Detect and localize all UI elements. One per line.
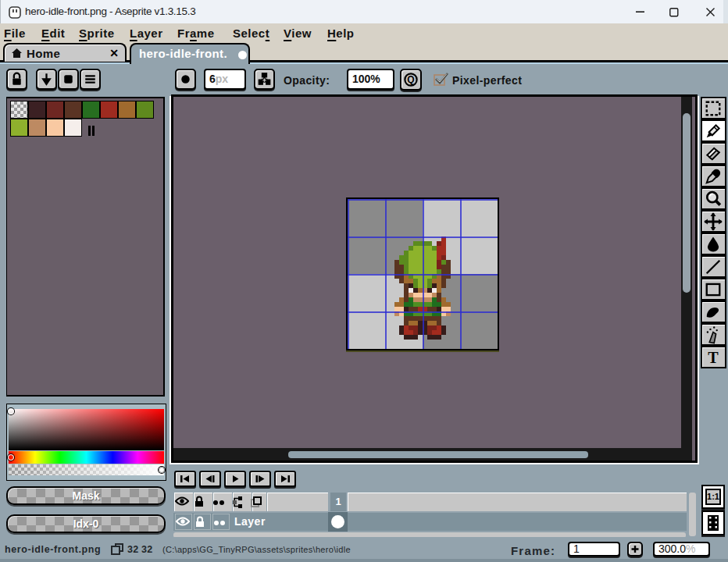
svg-text:Q: Q <box>407 74 414 85</box>
svg-text:T: T <box>708 349 719 366</box>
